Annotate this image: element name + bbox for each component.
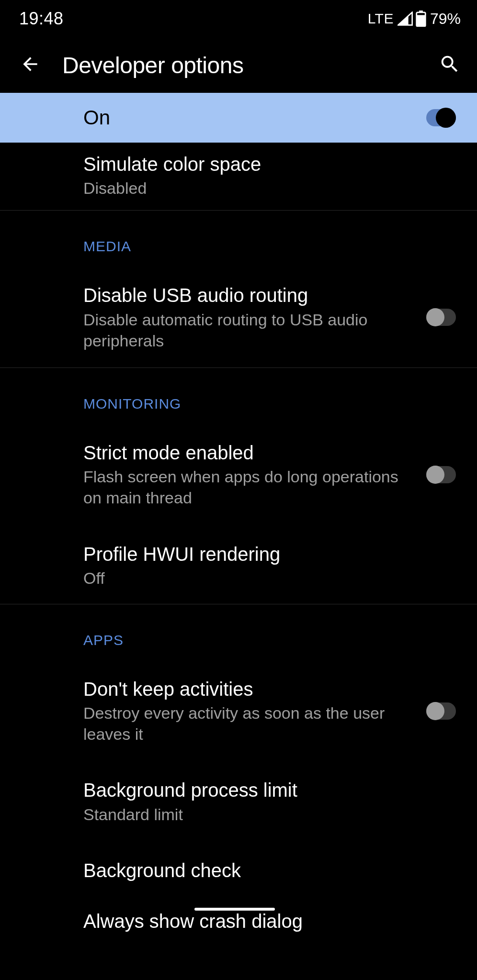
battery-icon bbox=[416, 11, 426, 27]
network-label: LTE bbox=[368, 11, 394, 27]
item-dont-keep-activities[interactable]: Don't keep activities Destroy every acti… bbox=[0, 665, 477, 757]
section-header-media: MEDIA bbox=[0, 211, 477, 255]
signal-icon bbox=[398, 11, 413, 26]
item-subtitle: Disable automatic routing to USB audio p… bbox=[83, 309, 415, 351]
master-toggle-row[interactable]: On bbox=[0, 93, 477, 143]
item-simulate-color-space[interactable]: Simulate color space Disabled bbox=[0, 143, 477, 210]
item-title: Background process limit bbox=[83, 778, 456, 802]
search-icon bbox=[439, 53, 461, 77]
item-title: Background check bbox=[83, 858, 456, 883]
status-icons: LTE 79% bbox=[368, 10, 461, 28]
toggle-dont-keep-activities[interactable] bbox=[426, 702, 456, 720]
page-title: Developer options bbox=[62, 52, 418, 78]
item-disable-usb-audio[interactable]: Disable USB audio routing Disable automa… bbox=[0, 271, 477, 364]
item-profile-hwui[interactable]: Profile HWUI rendering Off bbox=[0, 530, 477, 601]
item-subtitle: Off bbox=[83, 568, 456, 589]
master-toggle-label: On bbox=[83, 106, 110, 129]
item-title: Strict mode enabled bbox=[83, 441, 415, 465]
item-bg-check[interactable]: Background check bbox=[0, 846, 477, 895]
master-toggle-switch[interactable] bbox=[426, 109, 456, 127]
item-always-show-crash[interactable]: Always show crash dialog bbox=[0, 903, 477, 932]
section-header-apps: APPS bbox=[0, 604, 477, 648]
toggle-disable-usb-audio[interactable] bbox=[426, 308, 456, 326]
item-title: Always show crash dialog bbox=[83, 911, 456, 932]
back-button[interactable] bbox=[19, 54, 41, 76]
item-title: Profile HWUI rendering bbox=[83, 542, 456, 567]
item-strict-mode[interactable]: Strict mode enabled Flash screen when ap… bbox=[0, 428, 477, 521]
arrow-left-icon bbox=[20, 54, 41, 77]
status-bar: 19:48 LTE 79% bbox=[0, 0, 477, 37]
item-title: Don't keep activities bbox=[83, 677, 415, 702]
item-subtitle: Flash screen when apps do long operation… bbox=[83, 466, 415, 508]
item-bg-process-limit[interactable]: Background process limit Standard limit bbox=[0, 766, 477, 837]
item-title: Disable USB audio routing bbox=[83, 283, 415, 308]
svg-rect-2 bbox=[417, 15, 426, 27]
item-subtitle: Destroy every activity as soon as the us… bbox=[83, 702, 415, 745]
item-title: Simulate color space bbox=[83, 152, 456, 177]
section-header-monitoring: MONITORING bbox=[0, 368, 477, 412]
settings-list: Simulate color space Disabled MEDIA Disa… bbox=[0, 143, 477, 932]
app-bar: Developer options bbox=[0, 37, 477, 93]
item-subtitle: Disabled bbox=[83, 178, 456, 199]
search-button[interactable] bbox=[439, 54, 461, 76]
status-time: 19:48 bbox=[19, 9, 64, 29]
item-subtitle: Standard limit bbox=[83, 804, 456, 825]
battery-percentage: 79% bbox=[430, 10, 461, 28]
toggle-strict-mode[interactable] bbox=[426, 466, 456, 484]
